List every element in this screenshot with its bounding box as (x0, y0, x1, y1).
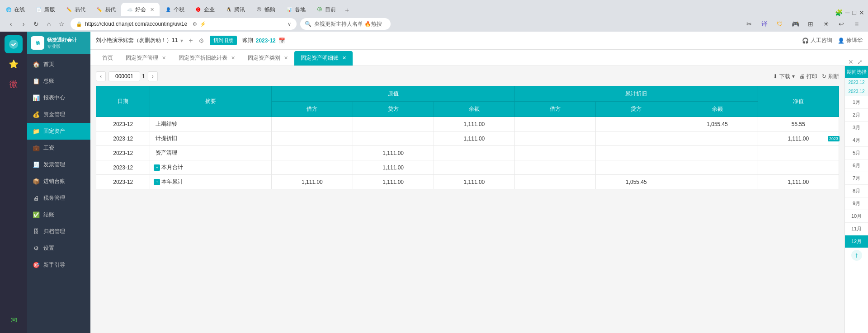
period-month-1[interactable]: 1月 (845, 96, 868, 109)
browser-tab-muqian[interactable]: Ⓢ 目前 (311, 3, 341, 16)
url-bar[interactable]: 🔒 https://cloud.chanjet.com/accounting/u… (71, 18, 297, 30)
period-date-end[interactable]: 2023.12 (845, 87, 868, 96)
tab-depreciation-stats[interactable]: 固定资产折旧统计表 ✕ (172, 51, 241, 66)
sidebar-item-settings[interactable]: ⚙ 设置 (27, 240, 90, 257)
browser-tab-new[interactable]: 📄 新版 (30, 3, 61, 16)
app-icon-weibo[interactable]: 微 (5, 75, 23, 93)
user-avatar[interactable]: 👤 徐译华 (838, 37, 863, 44)
period-month-3[interactable]: 3月 (845, 122, 868, 134)
browser-tab-geshui[interactable]: 👤 个税 (160, 3, 190, 16)
period-month-11[interactable]: 11月 (845, 223, 868, 235)
period-month-6[interactable]: 6月 (845, 159, 868, 172)
browser-tab-online[interactable]: 🌐 在线 (0, 3, 30, 16)
service-button[interactable]: 🎧 人工咨询 (802, 37, 832, 44)
home-browser-button[interactable]: ⌂ (43, 19, 54, 29)
translate-icon[interactable]: 译 (759, 18, 770, 30)
period-month-7[interactable]: 7月 (845, 172, 868, 185)
period-date-start[interactable]: 2023.12 (845, 78, 868, 87)
sidebar-item-funds[interactable]: 💰 资金管理 (27, 106, 90, 123)
period-month-12[interactable]: 12月 (845, 235, 868, 248)
shield-icon[interactable]: 🛡 (774, 18, 786, 30)
expand-panel-icon[interactable]: ⤢ (857, 58, 863, 66)
refresh-button[interactable]: ↻ 刷新 (822, 73, 839, 80)
grid-icon[interactable]: ⊞ (805, 18, 816, 30)
sidebar-item-archive[interactable]: 🗄 归档管理 (27, 223, 90, 240)
add-account-button[interactable]: + (189, 37, 193, 45)
next-page-button[interactable]: › (148, 71, 158, 81)
tab-close-assets-mgmt[interactable]: ✕ (162, 55, 166, 61)
sidebar-item-general-ledger[interactable]: 📋 总账 (27, 73, 90, 89)
gamepad-icon[interactable]: 🎮 (789, 18, 801, 30)
tab-favicon-chang: Ⓜ (256, 6, 262, 13)
period-month-5[interactable]: 5月 (845, 147, 868, 159)
tab-assets-detail[interactable]: 固定资产明细账 ✕ (294, 51, 353, 66)
period-month-2[interactable]: 2月 (845, 109, 868, 122)
sidebar-item-reports[interactable]: 📊 报表中心 (27, 89, 90, 106)
cell-accum-debit (515, 160, 596, 175)
extensions-icon[interactable]: 🧩 (835, 9, 843, 16)
page-tabs: 首页 固定资产管理 ✕ 固定资产折旧统计表 ✕ 固定资产类别 ✕ 固定资产明细账… (90, 50, 868, 66)
switch-version-button[interactable]: 切到旧版 (210, 36, 237, 45)
dropdown-icon[interactable]: ▾ (180, 38, 183, 44)
print-button[interactable]: 🖨 打印 (799, 73, 817, 80)
prev-page-button[interactable]: ‹ (96, 71, 106, 81)
cell-accum-debit (515, 131, 596, 146)
browser-tab-chang[interactable]: Ⓜ 畅购 (250, 3, 281, 16)
browser-translate-icon[interactable]: ⚡ (200, 21, 206, 27)
app-icon-mail[interactable]: ✉ (5, 311, 23, 329)
sidebar-item-guide[interactable]: 🎯 新手引导 (27, 257, 90, 273)
browser-expand-icon[interactable]: ∨ (288, 21, 291, 27)
period-month-10[interactable]: 10月 (845, 210, 868, 223)
window-min-button[interactable]: ─ (845, 9, 850, 16)
sidebar-item-tax[interactable]: 🖨 税务管理 (27, 190, 90, 206)
sidebar-item-home[interactable]: 🏠 首页 (27, 56, 90, 73)
browser-tab-yidai1[interactable]: ✏️ 易代 (61, 3, 91, 16)
back-button[interactable]: ‹ (5, 19, 16, 29)
page-number-input[interactable] (108, 71, 140, 81)
tab-assets-category[interactable]: 固定资产类别 ✕ (241, 51, 294, 66)
sidebar-item-fixed-assets[interactable]: 📁 固定资产 (27, 123, 90, 140)
sidebar-item-inventory[interactable]: 📦 进销台账 (27, 173, 90, 190)
period-month-4[interactable]: 4月 (845, 134, 868, 147)
tab-close-haohui[interactable]: ✕ (150, 7, 154, 13)
tab-home[interactable]: 首页 (96, 51, 119, 66)
undo-browser-icon[interactable]: ↩ (835, 18, 847, 30)
sidebar-label-invoices: 发票管理 (43, 161, 65, 169)
forward-button[interactable]: › (18, 19, 29, 29)
cell-accum-balance: 1,055.45 (677, 117, 758, 131)
app-icon-main[interactable] (5, 35, 23, 53)
browser-tab-qiye[interactable]: 🅒 企业 (190, 3, 220, 16)
bookmark-button[interactable]: ☆ (56, 19, 67, 29)
sidebar-item-payroll[interactable]: 💼 工资 (27, 140, 90, 156)
scroll-up-icon[interactable]: ↑ (851, 250, 862, 261)
download-button[interactable]: ⬇ 下载 ▾ (773, 73, 795, 80)
tab-fixed-assets-mgmt[interactable]: 固定资产管理 ✕ (119, 51, 172, 66)
sidebar-item-invoices[interactable]: 🧾 发票管理 (27, 156, 90, 173)
refresh-browser-button[interactable]: ↻ (31, 19, 42, 29)
settings-small-icon[interactable]: ⚙ (198, 37, 204, 44)
scissors-icon[interactable]: ✂ (743, 18, 755, 30)
window-close-button[interactable]: ✕ (859, 9, 864, 16)
cell-orig-balance: 1,111.00 (434, 117, 514, 131)
brightness-icon[interactable]: ☀ (820, 18, 832, 30)
tab-close-depreciation[interactable]: ✕ (231, 55, 235, 61)
period-month-9[interactable]: 9月 (845, 197, 868, 210)
sidebar-item-closing[interactable]: ✅ 结账 (27, 206, 90, 223)
tab-close-detail[interactable]: ✕ (342, 55, 346, 61)
app-icon-star[interactable]: ⭐ (5, 55, 23, 73)
search-bar[interactable]: 🔍 央视更新主持人名单 🔥热搜 (300, 18, 391, 30)
browser-tab-haohui[interactable]: ☁️ 好会 ✕ (121, 3, 160, 16)
menu-icon[interactable]: ≡ (851, 18, 863, 30)
period-icon[interactable]: 📅 (278, 38, 285, 44)
browser-settings-icon[interactable]: ⚙ (193, 21, 197, 27)
new-tab-button[interactable]: + (341, 5, 353, 16)
browser-tab-yidai2[interactable]: ✏️ 易代 (91, 3, 121, 16)
window-max-button[interactable]: □ (853, 9, 856, 16)
close-panel-icon[interactable]: ✕ (848, 58, 854, 66)
tab-close-category[interactable]: ✕ (284, 55, 288, 61)
tab-favicon-geshui: 👤 (165, 6, 171, 13)
browser-tab-tencent[interactable]: 🐧 腾讯 (220, 3, 250, 16)
browser-tab-gedi[interactable]: 📊 各地 (281, 3, 311, 16)
period-month-8[interactable]: 8月 (845, 185, 868, 197)
th-accum-credit: 贷方 (596, 102, 677, 117)
